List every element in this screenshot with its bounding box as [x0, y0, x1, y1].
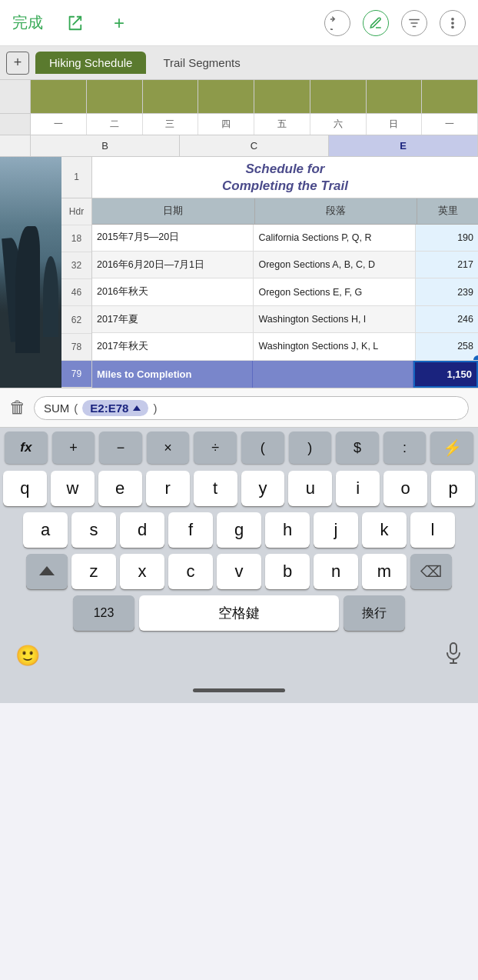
key-lightning[interactable]: ⚡: [430, 432, 473, 464]
col-header-row: B C E: [0, 135, 478, 157]
key-colon[interactable]: :: [383, 432, 427, 464]
undo-button[interactable]: [324, 10, 350, 36]
paintbrush-button[interactable]: [363, 10, 389, 36]
row-num-1: 1: [61, 157, 91, 198]
key-z[interactable]: z: [71, 554, 116, 589]
microphone-button[interactable]: [444, 642, 463, 668]
key-minus[interactable]: −: [99, 432, 142, 464]
key-x[interactable]: x: [120, 554, 164, 589]
close-paren: ): [153, 402, 157, 415]
tab-trail-segments[interactable]: Trail Segments: [149, 52, 254, 74]
date-62: 2017年夏: [92, 306, 254, 332]
formula-pill[interactable]: SUM ( E2:E78 ): [34, 396, 469, 420]
key-u[interactable]: u: [288, 471, 332, 506]
key-numbers[interactable]: 123: [73, 595, 134, 631]
key-row-bottom: 123 空格鍵 換行: [0, 592, 478, 634]
key-a[interactable]: a: [23, 512, 68, 548]
col-header-e[interactable]: E: [329, 135, 478, 156]
top-bar: 完成 +: [0, 0, 478, 46]
key-i[interactable]: i: [336, 471, 380, 506]
svg-point-5: [452, 22, 453, 23]
key-multiply[interactable]: ×: [147, 432, 190, 464]
key-m[interactable]: m: [362, 554, 407, 589]
corner-cell: [0, 135, 31, 156]
done-button[interactable]: 完成: [12, 12, 43, 33]
filter-button[interactable]: [401, 10, 427, 36]
section-78: Washington Sections J, K, L: [254, 333, 415, 359]
key-c[interactable]: c: [168, 554, 213, 589]
key-h[interactable]: h: [265, 512, 310, 548]
key-return[interactable]: 換行: [344, 595, 405, 631]
day-fri: 五: [254, 114, 310, 135]
row-num-32: 32: [61, 252, 91, 279]
calendar-blocks: [0, 80, 478, 114]
key-t[interactable]: t: [194, 471, 237, 506]
add-sheet-button[interactable]: +: [106, 10, 132, 36]
day-tue: 二: [87, 114, 143, 135]
more-button[interactable]: [440, 10, 466, 36]
key-dollar[interactable]: $: [336, 432, 379, 464]
date-18: 2015年7月5—20日: [92, 225, 254, 251]
key-q[interactable]: q: [3, 471, 47, 506]
key-divide[interactable]: ÷: [194, 432, 237, 464]
table-row[interactable]: 2016年6月20日—7月1日 Oregon Sections A, B, C,…: [92, 252, 478, 278]
key-r[interactable]: r: [146, 471, 190, 506]
emoji-button[interactable]: 🙂: [15, 644, 40, 668]
col-header-b[interactable]: B: [31, 135, 180, 156]
table-row[interactable]: 2017年夏 Washington Sections H, I 246: [92, 306, 478, 333]
key-d[interactable]: d: [120, 512, 164, 548]
svg-rect-7: [450, 643, 456, 654]
bottom-extras: 🙂: [0, 634, 478, 677]
home-indicator: [0, 677, 478, 703]
table-row[interactable]: 2015年7月5—20日 California Sections P, Q, R…: [92, 225, 478, 252]
key-l[interactable]: l: [410, 512, 455, 548]
key-shift[interactable]: [26, 554, 68, 589]
photo-strip: [0, 157, 61, 388]
row-num-header: Hdr: [61, 198, 91, 225]
key-n[interactable]: n: [314, 554, 358, 589]
svg-point-4: [452, 18, 453, 19]
key-b[interactable]: b: [265, 554, 310, 589]
section-18: California Sections P, Q, R: [254, 225, 415, 251]
miles-46: 239: [416, 278, 478, 305]
date-78: 2017年秋天: [92, 333, 254, 359]
formula-range[interactable]: E2:E78: [82, 400, 148, 416]
miles-total-value: 1,150: [413, 361, 479, 388]
col-header-c[interactable]: C: [180, 135, 329, 156]
key-fx[interactable]: fx: [5, 432, 48, 464]
key-w[interactable]: w: [51, 471, 95, 506]
key-k[interactable]: k: [362, 512, 407, 548]
section-46: Oregon Sections E, F, G: [254, 278, 415, 305]
key-open-paren[interactable]: (: [241, 432, 284, 464]
date-32: 2016年6月20日—7月1日: [92, 252, 254, 278]
key-v[interactable]: v: [217, 554, 261, 589]
key-backspace[interactable]: ⌫: [410, 554, 452, 589]
tab-hiking-schedule[interactable]: Hiking Schedule: [35, 52, 146, 74]
key-g[interactable]: g: [217, 512, 261, 548]
trash-icon[interactable]: 🗑: [9, 398, 26, 418]
key-y[interactable]: y: [241, 471, 285, 506]
key-space[interactable]: 空格鍵: [139, 595, 339, 631]
key-f[interactable]: f: [168, 512, 213, 548]
key-j[interactable]: j: [314, 512, 358, 548]
th-date: 日期: [92, 198, 255, 223]
key-p[interactable]: p: [431, 471, 475, 506]
day-sat: 六: [310, 114, 367, 135]
key-plus[interactable]: +: [52, 432, 95, 464]
miles-label-empty: [253, 361, 413, 388]
key-e[interactable]: e: [98, 471, 142, 506]
top-bar-left: 完成 +: [12, 10, 132, 36]
key-close-paren[interactable]: ): [289, 432, 332, 464]
miles-to-completion-row[interactable]: Miles to Completion 1,150: [92, 361, 478, 388]
key-o[interactable]: o: [383, 471, 427, 506]
table-row[interactable]: 2017年秋天 Washington Sections J, K, L 258: [92, 333, 478, 360]
share-button[interactable]: [61, 10, 88, 36]
data-area: Schedule forCompleting the Trail 日期 段落 英…: [92, 157, 478, 388]
key-s[interactable]: s: [71, 512, 116, 548]
row-num-79: 79: [61, 361, 91, 388]
spreadsheet-area: 一 二 三 四 五 六 日 一 B C E 1 Hdr 18 32 46 62: [0, 80, 478, 388]
add-tab-button[interactable]: +: [6, 52, 29, 75]
range-value: E2:E78: [90, 402, 128, 415]
table-row[interactable]: 2016年秋天 Oregon Sections E, F, G 239: [92, 278, 478, 305]
day-row: 一 二 三 四 五 六 日 一: [0, 114, 478, 135]
